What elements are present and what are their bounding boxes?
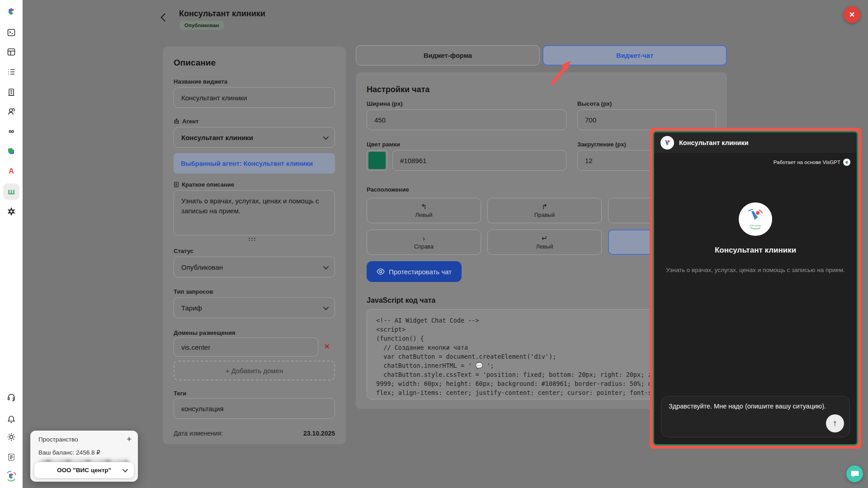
sidebar-item-assistants[interactable]: A — [3, 163, 19, 179]
short-description-label: Краткое описание — [174, 181, 234, 188]
sidebar-item-settings[interactable] — [3, 203, 19, 220]
tags-label: Теги — [174, 390, 186, 397]
position-button-5[interactable]: ↵Левый — [487, 230, 602, 255]
frame-color-input[interactable]: #108961 — [392, 150, 566, 171]
width-label: Ширина (px) — [367, 100, 403, 107]
widget-name-value: Консультант клиники — [181, 94, 247, 102]
close-button[interactable]: ✕ — [844, 6, 860, 23]
position-button-2[interactable]: ↱Правый — [487, 198, 602, 223]
send-button[interactable]: ↑ — [826, 414, 844, 432]
position-label: Расположение — [367, 186, 409, 193]
building-icon — [7, 88, 16, 97]
widgets-icon: Ш — [8, 188, 14, 196]
description-title: Описание — [174, 58, 216, 68]
delete-domain-icon[interactable]: ✕ — [324, 343, 330, 351]
robot-icon — [174, 118, 179, 124]
position-button-4[interactable]: ›Справа — [367, 230, 481, 255]
domain-input[interactable]: vis.center — [174, 338, 318, 357]
chevron-down-icon — [323, 134, 329, 140]
sidebar-item-lists[interactable] — [3, 64, 19, 80]
organization-select[interactable]: ООО "ВИС центр" — [34, 462, 134, 479]
sidebar-item-visgpt[interactable] — [3, 468, 19, 484]
add-workspace-button[interactable]: + — [127, 434, 132, 444]
tab-widget-chat[interactable]: Виджет-чат — [542, 45, 727, 66]
table-icon — [7, 47, 16, 56]
sidebar-item-projects[interactable] — [3, 143, 19, 160]
chat-preview-header: Консультант клиники — [654, 132, 857, 154]
status-select[interactable]: Опубликован — [174, 257, 335, 277]
widget-name-input[interactable]: Консультант клиники — [174, 87, 335, 108]
letter-a-icon: A — [9, 167, 14, 175]
position-button-1[interactable]: ↰Левый — [367, 198, 481, 223]
visgpt-logo-icon — [843, 159, 850, 166]
sidebar-item-integrations[interactable]: ∞ — [3, 123, 19, 140]
terminal-icon — [7, 28, 16, 37]
short-description-textarea[interactable]: Узнать о врачах, услугах, ценах и помощь… — [174, 190, 335, 235]
sidebar-item-widgets[interactable]: Ш — [3, 183, 19, 200]
agent-avatar: VIS.center — [739, 202, 772, 236]
notes-icon — [7, 453, 16, 462]
sidebar-item-support[interactable] — [3, 389, 19, 405]
tab-widget-form[interactable]: Виджет-форма — [356, 45, 540, 66]
bottom-logo-icon — [5, 470, 17, 482]
position-button-label: Левый — [415, 212, 433, 218]
js-code-label: JavaScript код чата — [367, 296, 435, 305]
workspace-title: Пространство — [38, 436, 78, 443]
tags-input[interactable]: консультация — [174, 398, 335, 419]
description-panel: Описание Название виджета Консультант кл… — [163, 47, 346, 444]
chat-message-input[interactable]: Здравствуйте. Мне надо (опишите вашу сит… — [661, 396, 850, 437]
chat-preview-highlight: Консультант клиники Работает на основе V… — [650, 128, 861, 449]
app-logo-icon — [6, 6, 17, 17]
modified-date-value: 23.10.2025 — [303, 430, 335, 437]
balance-text: Ваш баланс: 2456.8 ₽ — [38, 449, 100, 456]
frame-color-swatch[interactable] — [367, 150, 387, 171]
frame-color-label: Цвет рамки — [367, 141, 400, 148]
back-icon[interactable] — [160, 13, 169, 21]
agent-title: Консультант клиники — [654, 246, 857, 255]
selected-agent-note: Выбранный агент: Консультант клиники — [174, 153, 335, 174]
width-value: 450 — [374, 116, 386, 124]
direction-arrow-icon: › — [423, 235, 425, 242]
sidebar-item-theme[interactable] — [3, 429, 19, 445]
resize-handle[interactable] — [249, 238, 256, 241]
sidebar-item-console[interactable] — [3, 24, 19, 41]
layers-icon — [7, 147, 16, 156]
position-button-label: Справа — [414, 244, 434, 250]
sidebar-item-users[interactable] — [3, 103, 19, 120]
request-type-value: Тариф — [181, 304, 202, 312]
headset-icon — [7, 393, 16, 402]
agent-value: Консультант клиники — [181, 134, 253, 141]
width-input[interactable]: 450 — [367, 109, 566, 130]
add-domain-button[interactable]: + Добавить домен — [174, 361, 335, 380]
chat-preview-widget: Консультант клиники Работает на основе V… — [653, 131, 858, 446]
sidebar: ∞ A Ш — [0, 0, 23, 488]
chat-avatar — [660, 136, 674, 150]
sidebar-item-docs[interactable] — [3, 449, 19, 465]
modified-date-label: Дата изменения: — [174, 430, 223, 437]
test-chat-button[interactable]: Протестировать чат — [367, 261, 462, 282]
support-chat-bubble[interactable] — [846, 465, 863, 482]
request-type-label: Тип запросов — [174, 288, 213, 295]
app-canvas: ∞ A Ш — [0, 0, 868, 488]
sidebar-item-company[interactable] — [3, 84, 19, 100]
arrow-up-icon: ↑ — [833, 418, 837, 428]
close-icon: ✕ — [849, 10, 855, 19]
workspace-panel: Пространство + Ваш баланс: 2456.8 ₽ ООО … — [30, 431, 138, 482]
agent-select[interactable]: Консультант клиники — [174, 127, 335, 148]
sidebar-item-tables[interactable] — [3, 44, 19, 60]
powered-by: Работает на основе VisGPT — [774, 159, 850, 166]
eye-icon — [377, 268, 385, 275]
sidebar-item-home[interactable] — [3, 4, 19, 20]
swatch-color — [368, 152, 386, 169]
users-icon — [7, 107, 16, 116]
request-type-select[interactable]: Тариф — [174, 297, 335, 318]
organization-value: ООО "ВИС центр" — [57, 467, 111, 474]
visgpt-v-icon — [663, 138, 672, 147]
position-button-label: Левый — [536, 244, 553, 250]
sidebar-item-notifications[interactable] — [3, 411, 19, 427]
chevron-down-icon — [323, 304, 329, 310]
frame-color-value: #108961 — [400, 157, 426, 164]
chat-settings-title: Настройки чата — [367, 85, 429, 94]
height-input[interactable]: 700 — [577, 109, 716, 130]
short-description-value: Узнать о врачах, услугах, ценах и помощь… — [181, 196, 319, 216]
